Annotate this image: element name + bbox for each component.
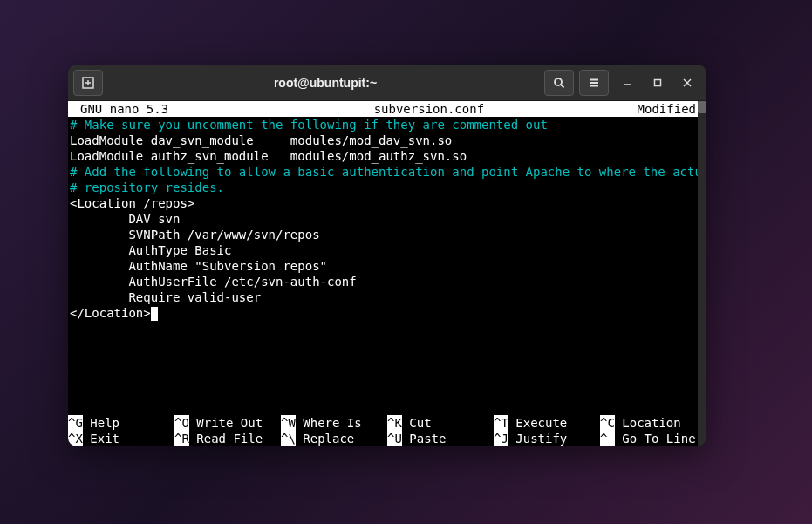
scrollbar-thumb[interactable] bbox=[698, 101, 706, 113]
editor-line: LoadModule authz_svn_module modules/mod_… bbox=[70, 148, 706, 164]
nano-shortcut-row: ^X Exit ^R Read File ^\ Replace ^U Paste… bbox=[68, 431, 706, 446]
nano-shortcut: ^C Location bbox=[600, 415, 706, 431]
editor-line: AuthUserFile /etc/svn-auth-conf bbox=[70, 274, 706, 289]
svg-line-4 bbox=[561, 85, 564, 88]
menu-button[interactable] bbox=[579, 70, 609, 96]
search-icon bbox=[553, 77, 565, 89]
nano-status: Modified bbox=[638, 101, 705, 117]
nano-shortcut: ^X Exit bbox=[68, 431, 174, 446]
nano-shortcut-row: ^G Help ^O Write Out ^W Where Is ^K Cut … bbox=[68, 415, 706, 431]
titlebar: root@ubuntupit:~ bbox=[68, 65, 706, 101]
svg-rect-9 bbox=[655, 79, 661, 85]
nano-shortcut: ^R Read File bbox=[174, 431, 281, 446]
editor-line: SVNPath /var/www/svn/repos bbox=[70, 227, 706, 242]
nano-shortcut: ^G Help bbox=[68, 415, 174, 431]
new-tab-button[interactable] bbox=[73, 70, 103, 96]
nano-shortcut: ^J Justify bbox=[494, 431, 600, 446]
editor-line: <Location /repos> bbox=[70, 195, 706, 211]
nano-shortcut: ^T Execute bbox=[494, 415, 600, 431]
maximize-button[interactable] bbox=[644, 70, 672, 96]
close-button[interactable] bbox=[673, 70, 701, 96]
window-title: root@ubuntupit:~ bbox=[106, 76, 544, 90]
editor-line: LoadModule dav_svn_module modules/mod_da… bbox=[70, 133, 706, 148]
editor-content[interactable]: # Make sure you uncomment the following … bbox=[68, 117, 706, 321]
close-icon bbox=[683, 78, 692, 87]
scrollbar[interactable] bbox=[698, 101, 706, 446]
editor-line: AuthType Basic bbox=[70, 242, 706, 258]
nano-filename: subversion.conf bbox=[168, 101, 637, 117]
cursor bbox=[151, 307, 158, 321]
nano-shortcut: ^K Cut bbox=[387, 415, 494, 431]
editor-line: # repository resides. bbox=[70, 180, 706, 195]
editor-line: AuthName "Subversion repos" bbox=[70, 258, 706, 274]
nano-shortcut: ^_ Go To Line bbox=[600, 431, 706, 446]
nano-footer: ^G Help ^O Write Out ^W Where Is ^K Cut … bbox=[68, 415, 706, 446]
nano-header: GNU nano 5.3 subversion.conf Modified bbox=[68, 101, 706, 117]
editor-line: DAV svn bbox=[70, 211, 706, 227]
hamburger-icon bbox=[588, 77, 600, 89]
minimize-icon bbox=[624, 78, 632, 87]
nano-shortcut: ^U Paste bbox=[387, 431, 494, 446]
new-tab-icon bbox=[81, 76, 95, 90]
editor-line: </Location> bbox=[70, 305, 706, 321]
editor-line: # Add the following to allow a basic aut… bbox=[70, 164, 706, 180]
search-button[interactable] bbox=[544, 70, 574, 96]
maximize-icon bbox=[653, 78, 662, 87]
nano-shortcut: ^\ Replace bbox=[281, 431, 387, 446]
terminal-body[interactable]: GNU nano 5.3 subversion.conf Modified # … bbox=[68, 101, 706, 446]
minimize-button[interactable] bbox=[614, 70, 642, 96]
svg-point-3 bbox=[555, 78, 562, 85]
terminal-window: root@ubuntupit:~ bbox=[68, 65, 706, 446]
nano-shortcut: ^W Where Is bbox=[281, 415, 387, 431]
nano-shortcut: ^O Write Out bbox=[174, 415, 281, 431]
nano-version: GNU nano 5.3 bbox=[70, 101, 168, 117]
editor-line: # Make sure you uncomment the following … bbox=[70, 117, 706, 133]
editor-line: Require valid-user bbox=[70, 289, 706, 305]
